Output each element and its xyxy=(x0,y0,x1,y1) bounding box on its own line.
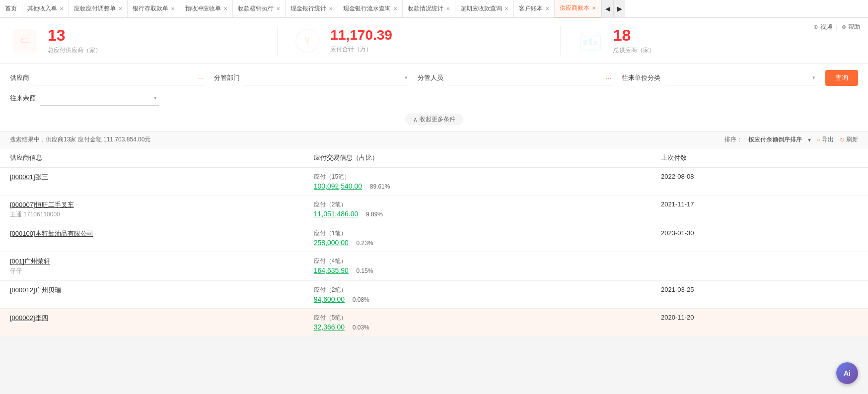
svg-line-8 xyxy=(580,31,584,35)
nav-tab-prepay-collect[interactable]: 预收冲应收单 ✕ xyxy=(180,0,233,18)
nav-tab-supplier-account-close[interactable]: ✕ xyxy=(592,5,596,11)
balance-label: 往来余额 xyxy=(10,94,36,103)
supplier-link[interactable]: [001]广州荣轩 xyxy=(10,258,50,265)
person-input-wrapper[interactable]: ··· xyxy=(447,70,614,85)
nav-tab-cash-bank-flow-close[interactable]: ✕ xyxy=(393,6,397,11)
tx-amount[interactable]: 32,366.00 xyxy=(314,323,345,331)
nav-tab-collect-verify-close[interactable]: ✕ xyxy=(276,6,280,11)
svg-text:🏷: 🏷 xyxy=(20,35,30,46)
person-ellipsis-icon[interactable]: ··· xyxy=(606,74,612,82)
total-suppliers-icon xyxy=(576,26,605,56)
col-header-lastdate: 上次付数 xyxy=(651,148,868,168)
video-icon: ⊙ xyxy=(813,23,818,30)
supplier-input-wrapper[interactable]: ··· xyxy=(33,70,206,85)
tx-info-cell: 应付（2笔） 11,051,486.00 9.89% xyxy=(304,196,651,224)
export-button[interactable]: ○ 导出 xyxy=(817,135,834,144)
sort-arrow-icon[interactable]: ▾ xyxy=(808,136,811,143)
nav-tab-cash-bank-flow[interactable]: 现金银行流水查询 ✕ xyxy=(338,0,403,18)
results-summary-text: 搜索结果中，供应商13家 应付金额 111,703,854.00元 xyxy=(10,135,150,144)
balance-dropdown-icon[interactable]: ▾ xyxy=(154,95,157,101)
nav-left-arrow[interactable]: ◀ xyxy=(601,0,613,18)
nav-tab-cash-bank-stat-close[interactable]: ✕ xyxy=(329,6,333,11)
dept-input[interactable] xyxy=(246,74,405,81)
nav-tab-customer-account-close[interactable]: ✕ xyxy=(545,6,549,11)
nav-tab-ap-adjust[interactable]: 应收应付调整单 ✕ xyxy=(69,0,128,18)
tx-info-cell: 应付（1笔） 258,000.00 0.23% xyxy=(304,224,651,252)
nav-tab-ap-adjust-label: 应收应付调整单 xyxy=(74,4,116,13)
supplier-info-cell: [000012]广州贝瑞 xyxy=(0,281,304,309)
data-table-container: 供应商信息 应付交易信息（占比） 上次付数 [000001]张三 应付（15笔）… xyxy=(0,148,868,336)
tx-percent: 89.61% xyxy=(370,183,390,190)
nav-tab-supplier-account-label: 供应商账本 xyxy=(560,4,589,12)
nav-tab-customer-account[interactable]: 客户账本 ✕ xyxy=(514,0,555,18)
svg-rect-5 xyxy=(583,40,587,45)
tx-percent: 0.23% xyxy=(357,240,373,247)
balance-input-wrapper[interactable]: ▾ xyxy=(40,91,159,106)
category-input[interactable] xyxy=(666,74,813,81)
total-suppliers-info: 18 总供应商（家） xyxy=(613,27,655,55)
person-label: 分管人员 xyxy=(418,73,443,82)
filter-category: 往来单位分类 ▾ xyxy=(622,70,818,85)
tx-amount[interactable]: 94,600.00 xyxy=(314,295,345,303)
query-button[interactable]: 查询 xyxy=(825,70,858,86)
nav-tab-collect-stat[interactable]: 收款情况统计 ✕ xyxy=(403,0,455,18)
supplier-link[interactable]: [000007]恒旺二手叉车 xyxy=(10,201,74,208)
nav-tab-bank-deposit[interactable]: 银行存取款单 ✕ xyxy=(128,0,180,18)
nav-tab-overdue[interactable]: 超期应收款查询 ✕ xyxy=(455,0,514,18)
nav-tab-cash-bank-stat[interactable]: 现金银行统计 ✕ xyxy=(286,0,338,18)
summary-card-ap-total: ¥ 11,170.39 应付合计（万） xyxy=(292,26,560,56)
nav-tab-prepay-collect-label: 预收冲应收单 xyxy=(185,4,221,13)
supplier-link[interactable]: [000001]张三 xyxy=(10,173,48,181)
supplier-link[interactable]: [000002]李四 xyxy=(10,314,48,322)
nav-tab-collect-verify[interactable]: 收款核销执行 ✕ xyxy=(233,0,286,18)
collapse-button[interactable]: ∧ 收起更多条件 xyxy=(405,114,463,125)
sort-value[interactable]: 按应付余额倒序排序 xyxy=(748,135,802,144)
supplier-table: 供应商信息 应付交易信息（占比） 上次付数 [000001]张三 应付（15笔）… xyxy=(0,148,868,336)
nav-tab-bank-deposit-label: 银行存取款单 xyxy=(133,4,168,13)
nav-tab-home[interactable]: 首页 xyxy=(0,0,22,18)
tx-amount[interactable]: 164,635.90 xyxy=(314,266,349,274)
results-bar: 搜索结果中，供应商13家 应付金额 111,703,854.00元 排序： 按应… xyxy=(0,131,868,148)
category-input-wrapper[interactable]: ▾ xyxy=(664,70,818,85)
tx-info-cell: 应付（15笔） 100,092,540.00 89.61% xyxy=(304,168,651,196)
dept-input-wrapper[interactable]: ▾ xyxy=(244,70,410,85)
top-navigation: 首页 其他收入单 ✕ 应收应付调整单 ✕ 银行存取款单 ✕ 预收冲应收单 ✕ 收… xyxy=(0,0,868,18)
nav-right-arrow[interactable]: ▶ xyxy=(613,0,625,18)
help-icon: ⊙ xyxy=(842,23,847,30)
top-right-links: ⊙ 视频 | ⊙ 帮助 xyxy=(813,23,860,31)
person-input[interactable] xyxy=(449,74,606,81)
refresh-label: 刷新 xyxy=(846,135,858,144)
tx-amount[interactable]: 258,000.00 xyxy=(314,239,349,247)
nav-tab-other-income[interactable]: 其他收入单 ✕ xyxy=(22,0,69,18)
tx-amount[interactable]: 11,051,486.00 xyxy=(314,210,359,218)
nav-tab-home-label: 首页 xyxy=(5,4,17,13)
supplier-link[interactable]: [000100]本特勤油品有限公司 xyxy=(10,230,93,237)
nav-tab-other-income-close[interactable]: ✕ xyxy=(60,6,64,11)
video-link[interactable]: ⊙ 视频 xyxy=(813,23,832,31)
supplier-label: 供应商 xyxy=(10,73,29,82)
nav-tab-ap-adjust-close[interactable]: ✕ xyxy=(118,6,122,11)
tx-amount[interactable]: 100,092,540.00 xyxy=(314,182,362,190)
nav-tab-prepay-collect-close[interactable]: ✕ xyxy=(223,6,227,11)
dept-dropdown-icon[interactable]: ▾ xyxy=(405,74,408,81)
help-link[interactable]: ⊙ 帮助 xyxy=(842,23,860,31)
table-row: [000012]广州贝瑞 应付（2笔） 94,600.00 0.08% 2021… xyxy=(0,281,868,309)
nav-tab-supplier-account[interactable]: 供应商账本 ✕ xyxy=(555,0,601,18)
supplier-link[interactable]: [000012]广州贝瑞 xyxy=(10,286,61,294)
collapse-section: ∧ 收起更多条件 xyxy=(10,111,858,125)
nav-tab-overdue-close[interactable]: ✕ xyxy=(505,6,508,11)
last-date-cell: 2021-11-17 xyxy=(651,196,868,224)
filter-row-1: 供应商 ··· 分管部门 ▾ 分管人员 ··· 往来单位分类 xyxy=(10,70,858,86)
collapse-label: 收起更多条件 xyxy=(420,115,455,124)
nav-tab-bank-deposit-close[interactable]: ✕ xyxy=(171,6,175,11)
ap-total-label: 应付合计（万） xyxy=(330,45,392,54)
refresh-button[interactable]: ↻ 刷新 xyxy=(840,135,858,144)
category-dropdown-icon[interactable]: ▾ xyxy=(812,74,815,81)
supplier-ellipsis-icon[interactable]: ··· xyxy=(198,74,204,82)
table-header-row: 供应商信息 应付交易信息（占比） 上次付数 xyxy=(0,148,868,168)
col-header-tx: 应付交易信息（占比） xyxy=(304,148,651,168)
balance-input[interactable] xyxy=(42,95,154,102)
supplier-input[interactable] xyxy=(35,74,198,81)
nav-tab-collect-stat-close[interactable]: ✕ xyxy=(446,6,450,11)
ap-suppliers-label: 总应付供应商（家） xyxy=(48,46,101,55)
